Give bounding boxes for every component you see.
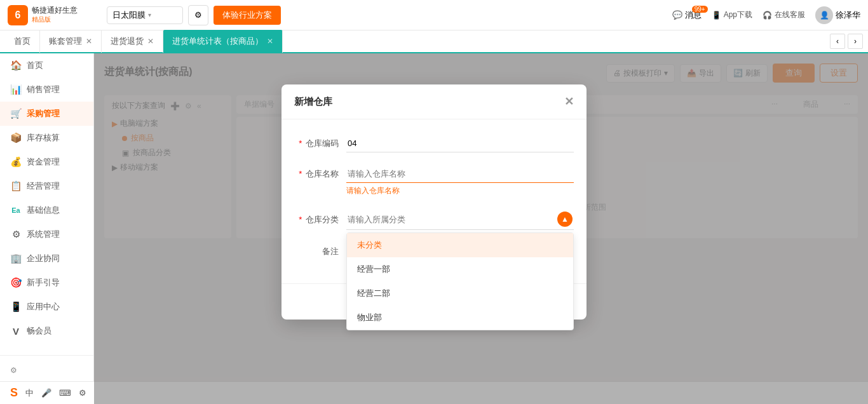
dropdown-item-dept3[interactable]: 物业部 <box>347 306 573 330</box>
tab-controls: ‹ › <box>830 34 863 49</box>
finance-icon: 💰 <box>10 156 22 168</box>
logo-icon: 6 <box>8 5 28 25</box>
sidebar-label-system: 系统管理 <box>27 229 60 240</box>
dropdown-item-dept1[interactable]: 经营一部 <box>347 257 573 281</box>
category-arrow-button[interactable]: ▲ <box>557 212 573 227</box>
status-icon-settings: ⚙ <box>79 388 86 398</box>
sidebar-item-enterprise[interactable]: 🏢 企业协同 <box>0 246 93 271</box>
purchase-icon: 🛒 <box>10 108 22 119</box>
gear-icon: ⚙ <box>194 10 202 20</box>
mobile-icon: 📱 <box>712 11 721 20</box>
tab-home[interactable]: 首页 <box>5 30 40 53</box>
home-icon: 🏠 <box>10 60 22 71</box>
notification-badge: 99+ <box>692 6 708 13</box>
modal-close-button[interactable]: ✕ <box>564 95 574 109</box>
tab-purchase-stats-close[interactable]: ✕ <box>267 37 273 46</box>
sidebar-label-home: 首页 <box>27 60 43 71</box>
sidebar-label-appstore: 应用中心 <box>27 301 60 313</box>
sidebar-settings-button[interactable]: ⚙ <box>0 361 93 380</box>
sidebar: 🏠 首页 📊 销售管理 🛒 采购管理 📦 库存核算 💰 资金管理 📋 经营管理 … <box>0 53 94 404</box>
sales-icon: 📊 <box>10 84 22 95</box>
sidebar-item-purchase[interactable]: 🛒 采购管理 <box>0 102 93 126</box>
store-selector[interactable]: 日太阳膜 ▾ <box>107 6 183 24</box>
category-label: * 仓库分类 <box>294 214 339 226</box>
appstore-icon: 📱 <box>10 301 22 313</box>
tab-account[interactable]: 账套管理 ✕ <box>40 30 102 53</box>
sidebar-label-enterprise: 企业协同 <box>27 253 60 264</box>
settings-gear-icon: ⚙ <box>10 366 17 375</box>
online-service-area[interactable]: 🎧 在线客服 <box>763 10 805 20</box>
basics-icon: Ea <box>10 205 22 216</box>
tab-account-label: 账套管理 <box>49 36 82 47</box>
store-name: 日太阳膜 <box>112 10 146 21</box>
main-layout: 🏠 首页 📊 销售管理 🛒 采购管理 📦 库存核算 💰 资金管理 📋 经营管理 … <box>0 53 868 404</box>
status-icon-s: S <box>10 386 18 400</box>
category-field: ▲ 未分类 经营一部 经营二部 物业部 <box>346 209 574 230</box>
status-icon-cn: 中 <box>25 387 34 399</box>
modal-body: * 仓库编码 * 仓库名称 <box>281 119 587 283</box>
sidebar-item-basics[interactable]: Ea 基础信息 <box>0 198 93 222</box>
form-row-name: * 仓库名称 请输入仓库名称 <box>294 165 574 196</box>
tab-purchase-return-close[interactable]: ✕ <box>147 37 154 46</box>
form-row-code: * 仓库编码 <box>294 135 574 152</box>
code-label: * 仓库编码 <box>294 138 339 149</box>
headset-icon: 🎧 <box>763 11 772 20</box>
tab-purchase-stats[interactable]: 进货单统计表（按商品） ✕ <box>163 30 283 53</box>
sidebar-item-system[interactable]: ⚙ 系统管理 <box>0 222 93 246</box>
sidebar-label-purchase: 采购管理 <box>27 108 60 119</box>
dropdown-item-unclassified[interactable]: 未分类 <box>347 233 573 257</box>
user-area[interactable]: 👤 徐泽华 <box>815 6 860 24</box>
sidebar-item-finance[interactable]: 💰 资金管理 <box>0 150 93 174</box>
notes-label: 备注 <box>294 246 339 257</box>
required-star-code: * <box>299 138 302 148</box>
tab-home-label: 首页 <box>14 36 31 47</box>
sidebar-label-inventory: 库存核算 <box>27 132 60 144</box>
status-icon-keyboard: ⌨ <box>59 388 71 398</box>
vip-icon: V <box>10 325 22 337</box>
sidebar-item-newbie[interactable]: 🎯 新手引导 <box>0 271 93 295</box>
app-download-label: App下载 <box>724 10 752 20</box>
tab-next-button[interactable]: › <box>848 34 863 49</box>
sidebar-item-appstore[interactable]: 📱 应用中心 <box>0 295 93 319</box>
tab-account-close[interactable]: ✕ <box>86 37 92 46</box>
top-header: 6 畅捷通好生意 精品版 日太阳膜 ▾ ⚙ 体验行业方案 💬 消息 99+ 📱 … <box>0 0 868 30</box>
app-download-area[interactable]: 📱 App下载 <box>712 10 752 20</box>
content-area: 进货单统计(按商品) 🖨 按模板打印 ▾ 📤 导出 🔄 刷新 <box>94 53 868 404</box>
operations-icon: 📋 <box>10 180 22 192</box>
sidebar-item-home[interactable]: 🏠 首页 <box>0 53 93 77</box>
modal-overlay: 新增仓库 ✕ * 仓库编码 <box>94 53 868 404</box>
name-label: * 仓库名称 <box>294 168 339 180</box>
system-icon: ⚙ <box>10 229 22 240</box>
sidebar-item-operations[interactable]: 📋 经营管理 <box>0 174 93 198</box>
category-input-wrap: ▲ <box>346 209 574 230</box>
tab-purchase-return-label: 进货退货 <box>111 36 144 47</box>
gear-button[interactable]: ⚙ <box>188 5 208 25</box>
logo-sub: 精品版 <box>32 15 78 24</box>
tab-bar: 首页 账套管理 ✕ 进货退货 ✕ 进货单统计表（按商品） ✕ ‹ › <box>0 30 868 53</box>
sidebar-label-newbie: 新手引导 <box>27 277 60 288</box>
avatar: 👤 <box>815 6 833 24</box>
modal-new-warehouse: 新增仓库 ✕ * 仓库编码 <box>281 84 587 320</box>
logo-area: 6 畅捷通好生意 精品版 <box>8 5 102 25</box>
sidebar-item-inventory[interactable]: 📦 库存核算 <box>0 126 93 150</box>
sidebar-item-sales[interactable]: 📊 销售管理 <box>0 77 93 102</box>
modal-header: 新增仓库 ✕ <box>281 84 587 119</box>
message-icon: 💬 <box>672 10 682 20</box>
code-input[interactable] <box>346 135 574 152</box>
category-input[interactable] <box>348 215 557 224</box>
tab-prev-button[interactable]: ‹ <box>830 34 845 49</box>
required-star-name: * <box>299 169 302 178</box>
sidebar-label-vip: 畅会员 <box>27 325 51 337</box>
name-input[interactable] <box>346 165 574 183</box>
required-star-category: * <box>299 215 302 224</box>
form-row-category: * 仓库分类 ▲ 未分类 经营一部 经 <box>294 209 574 230</box>
notification-area[interactable]: 💬 消息 99+ <box>672 10 702 21</box>
sidebar-item-vip[interactable]: V 畅会员 <box>0 319 93 343</box>
sidebar-label-operations: 经营管理 <box>27 180 60 192</box>
status-icon-mic: 🎤 <box>41 388 51 398</box>
tab-purchase-return[interactable]: 进货退货 ✕ <box>102 30 163 53</box>
dropdown-item-dept2[interactable]: 经营二部 <box>347 281 573 306</box>
try-industry-button[interactable]: 体验行业方案 <box>214 6 281 25</box>
name-error-hint: 请输入仓库名称 <box>346 185 400 196</box>
tab-purchase-stats-label: 进货单统计表（按商品） <box>172 36 263 47</box>
